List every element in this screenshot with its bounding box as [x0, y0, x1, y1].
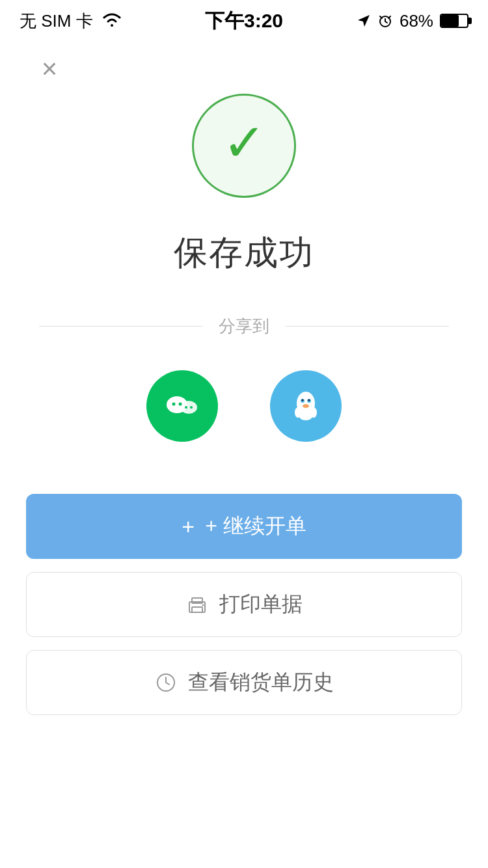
wifi-icon — [101, 12, 123, 29]
qq-svg-icon — [285, 385, 327, 427]
svg-point-4 — [179, 403, 182, 406]
continue-button[interactable]: + + 继续开单 — [26, 494, 462, 559]
checkmark-icon: ✓ — [223, 117, 266, 169]
continue-label: + 继续开单 — [205, 512, 306, 541]
printer-icon — [185, 593, 209, 616]
no-sim-text: 无 SIM 卡 — [20, 10, 93, 33]
svg-point-15 — [303, 404, 309, 408]
continue-icon: + — [182, 514, 195, 539]
alarm-icon — [377, 13, 393, 29]
share-icons-row — [146, 370, 342, 442]
history-icon — [154, 671, 178, 694]
status-right: 68% — [357, 11, 468, 31]
svg-point-5 — [185, 406, 187, 409]
close-button[interactable]: × — [33, 52, 66, 86]
action-buttons: + + 继续开单 打印单据 查看销货单历史 — [0, 494, 488, 715]
history-button[interactable]: 查看销货单历史 — [26, 650, 462, 715]
status-time: 下午3:20 — [205, 8, 283, 34]
svg-point-19 — [202, 604, 204, 606]
wechat-svg-icon — [161, 385, 203, 427]
divider-line-right — [285, 326, 449, 327]
svg-rect-18 — [192, 607, 202, 612]
battery-percent: 68% — [400, 11, 433, 31]
share-divider-text: 分享到 — [203, 315, 285, 338]
svg-point-13 — [302, 400, 304, 401]
divider-line-left — [39, 326, 203, 327]
print-button[interactable]: 打印单据 — [26, 572, 462, 637]
svg-point-3 — [172, 403, 176, 406]
print-label: 打印单据 — [219, 590, 303, 619]
success-circle: ✓ — [192, 94, 296, 198]
svg-point-10 — [310, 407, 317, 418]
svg-point-9 — [295, 407, 301, 418]
status-bar: 无 SIM 卡 下午3:20 68% — [0, 0, 488, 42]
share-divider: 分享到 — [0, 315, 488, 338]
svg-point-2 — [180, 401, 197, 414]
svg-point-8 — [299, 413, 312, 420]
qq-share-button[interactable] — [270, 370, 342, 442]
main-content: ✓ 保存成功 分享到 — [0, 42, 488, 715]
history-label: 查看销货单历史 — [188, 668, 334, 697]
svg-point-6 — [190, 406, 193, 409]
svg-point-14 — [308, 400, 310, 401]
location-icon — [357, 14, 371, 28]
close-icon: × — [42, 55, 58, 83]
status-left: 无 SIM 卡 — [20, 10, 123, 33]
wechat-share-button[interactable] — [146, 370, 218, 442]
success-title: 保存成功 — [174, 230, 314, 276]
battery-icon — [440, 14, 468, 28]
